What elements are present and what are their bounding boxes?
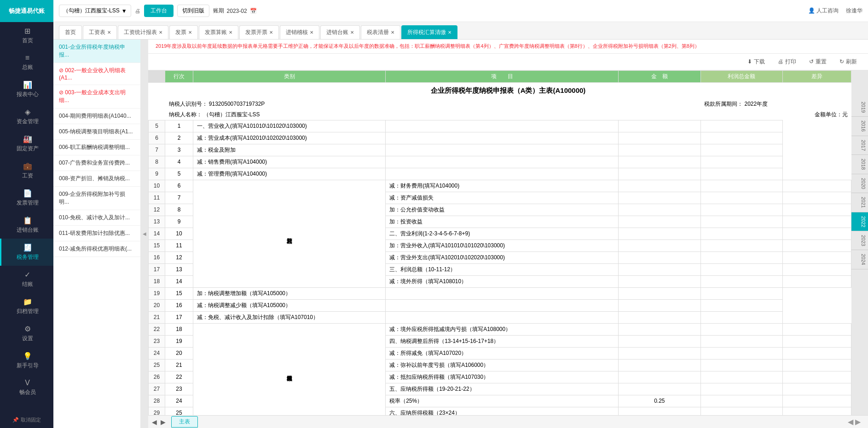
sidebar-item-guide[interactable]: 💡 新手引导	[0, 347, 53, 374]
row-profit[interactable]	[700, 275, 783, 287]
row-profit[interactable]	[700, 263, 783, 275]
row-diff[interactable]	[783, 192, 851, 204]
row-item[interactable]: 税率（25%）	[386, 395, 619, 407]
print-icon[interactable]: 🖨	[135, 8, 140, 14]
row-amount[interactable]	[619, 192, 701, 204]
row-profit[interactable]	[619, 168, 701, 180]
download-button[interactable]: ⬇ 下载	[744, 57, 769, 67]
timeline-year-2021[interactable]: 2021	[851, 193, 868, 212]
prev-sheet-button[interactable]: ◀	[152, 418, 157, 426]
collapse-panel-button[interactable]: ◀	[141, 40, 148, 428]
sidebar-item-assets[interactable]: 🏭 固定资产	[0, 130, 53, 157]
calendar-icon[interactable]: 📅	[250, 8, 257, 14]
row-amount[interactable]	[386, 156, 619, 168]
row-item[interactable]: 减：所得减免（填写A107020）	[386, 347, 619, 359]
tab-close-icon[interactable]: ✕	[107, 30, 111, 35]
row-amount[interactable]	[386, 168, 619, 180]
row-amount[interactable]	[619, 347, 701, 359]
tab-close-icon[interactable]: ✕	[159, 30, 162, 35]
row-profit[interactable]	[619, 287, 701, 299]
tab-home[interactable]: 首页	[59, 25, 82, 39]
row-diff[interactable]	[700, 120, 783, 132]
row-amount[interactable]	[619, 323, 701, 335]
row-diff[interactable]	[700, 156, 783, 168]
sidebar-item-checkout[interactable]: ✓ 结账	[0, 266, 53, 293]
left-panel-item-011[interactable]: 011-研发费用加计扣除优惠...	[53, 226, 140, 241]
sidebar-item-ledger[interactable]: ≡ 总账	[0, 49, 53, 76]
sidebar-item-tax[interactable]: 🧾 税务管理	[0, 239, 53, 266]
row-diff[interactable]	[783, 407, 851, 415]
next-sheet-button[interactable]: ▶	[161, 418, 166, 426]
row-item[interactable]: 减：管理费用(填写A104000)	[193, 168, 386, 180]
row-item[interactable]: 减：纳税调整减少额（填写A105000）	[193, 299, 386, 311]
row-diff[interactable]	[783, 240, 851, 251]
row-item[interactable]: 减：抵扣应纳税所得额（填写A107030）	[386, 371, 619, 383]
tab-invoice[interactable]: 发票 ✕	[169, 25, 198, 39]
row-profit[interactable]	[619, 311, 701, 323]
row-profit[interactable]	[700, 204, 783, 216]
left-panel-item-010[interactable]: 010-免税、减计收入及加计...	[53, 210, 140, 226]
row-profit[interactable]	[700, 180, 783, 192]
timeline-year-2020[interactable]: 2020	[851, 174, 868, 193]
row-profit[interactable]	[700, 335, 783, 347]
timeline-year-2017[interactable]: 2017	[851, 136, 868, 155]
row-diff[interactable]	[700, 299, 783, 311]
tab-close-icon[interactable]: ✕	[391, 30, 394, 35]
cancel-pin-button[interactable]: 📌 取消固定	[0, 412, 53, 428]
row-profit[interactable]	[700, 395, 783, 407]
row-item[interactable]: 减：营业外支出(填写A102010\102020\103000)	[386, 251, 619, 263]
timeline-year-2022[interactable]: 2022	[851, 212, 868, 231]
row-profit[interactable]	[700, 240, 783, 251]
row-diff[interactable]	[783, 228, 851, 240]
row-profit[interactable]	[700, 323, 783, 335]
reset-button[interactable]: ↺ 重置	[805, 57, 830, 67]
row-item[interactable]: 减：销售费用(填写A104000)	[193, 156, 386, 168]
row-profit[interactable]	[619, 120, 701, 132]
row-profit[interactable]	[700, 371, 783, 383]
row-amount[interactable]	[619, 263, 701, 275]
tab-tax-list[interactable]: 税表清册 ✕	[361, 25, 400, 39]
row-profit[interactable]	[700, 228, 783, 240]
row-amount[interactable]	[619, 228, 701, 240]
left-panel-item-003[interactable]: ⊘ 003-一般企业成本支出明细...	[53, 85, 140, 108]
row-amount[interactable]	[386, 299, 619, 311]
left-panel-item-007[interactable]: 007-广告费和业务宣传费跨...	[53, 155, 140, 171]
sidebar-item-sales[interactable]: 📋 进销台账	[0, 211, 53, 239]
row-diff[interactable]	[783, 335, 851, 347]
row-diff[interactable]	[700, 287, 783, 299]
row-profit[interactable]	[700, 383, 783, 395]
row-item[interactable]: 减：免税、减计收入及加计扣除（填写A107010）	[193, 311, 386, 323]
company-selector[interactable]: （勾稽）江西服宝-LSS ▼	[59, 5, 131, 17]
row-profit[interactable]	[700, 347, 783, 359]
row-amount[interactable]	[386, 144, 619, 156]
tab-close-icon[interactable]: ✕	[350, 30, 354, 35]
tab-close-icon[interactable]: ✕	[269, 30, 273, 35]
row-item[interactable]: 二、营业利润(1-2-3-4-5-6-7-8+9)	[386, 228, 619, 240]
refresh-button[interactable]: ↻ 刷新	[836, 57, 861, 67]
tab-close-icon[interactable]: ✕	[310, 30, 313, 35]
row-item[interactable]: 四、纳税调整后所得（13-14+15-16-17+18）	[386, 335, 619, 347]
left-panel-item-008[interactable]: 008-资产折旧、摊销及纳税...	[53, 171, 140, 187]
sidebar-item-capital[interactable]: ◈ 资金管理	[0, 103, 53, 130]
row-profit[interactable]	[700, 359, 783, 371]
sidebar-item-invoice[interactable]: 📄 发票管理	[0, 184, 53, 211]
left-panel-item-009[interactable]: 009-企业所得税附加补亏损明...	[53, 187, 140, 210]
tab-close-icon[interactable]: ✕	[229, 30, 232, 35]
row-diff[interactable]	[783, 323, 851, 335]
sidebar-item-salary[interactable]: 💼 工资	[0, 157, 53, 184]
sheet-tab-main[interactable]: 主表	[171, 416, 198, 428]
tab-salary[interactable]: 工资表 ✕	[83, 25, 117, 39]
row-item[interactable]: 五、应纳税所得额（19-20-21-22）	[386, 383, 619, 395]
left-panel-item-005[interactable]: 005-纳税调整项目明细表(A1...	[53, 124, 140, 140]
row-item[interactable]: 三、利润总额（10-11-12）	[386, 263, 619, 275]
row-amount[interactable]	[619, 216, 701, 228]
row-diff[interactable]	[783, 371, 851, 383]
row-amount[interactable]	[619, 335, 701, 347]
row-item[interactable]: 减：财务费用(填写A104000)	[386, 180, 619, 192]
print-button[interactable]: 🖨 打印	[774, 57, 800, 67]
row-profit[interactable]	[619, 156, 701, 168]
row-diff[interactable]	[783, 251, 851, 263]
left-panel-item-006[interactable]: 006-职工薪酬纳税调整明细...	[53, 140, 140, 155]
timeline-year-2023[interactable]: 2023	[851, 231, 868, 250]
tab-close-icon[interactable]: ✕	[448, 30, 451, 35]
